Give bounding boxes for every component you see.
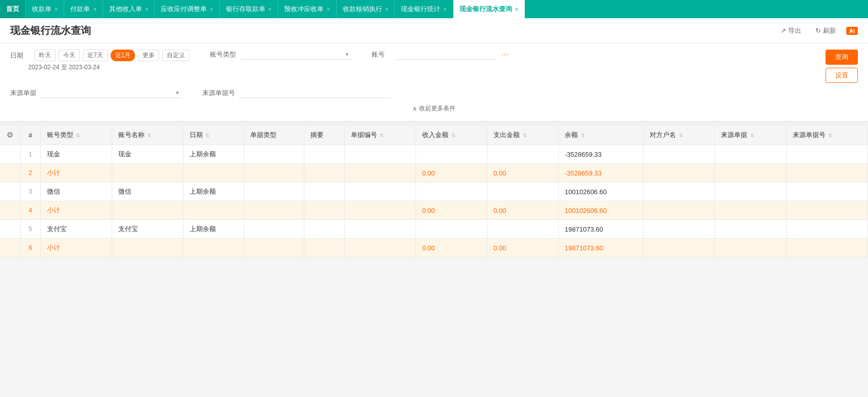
nav-tab-ar-ap-adjust-close[interactable]: ×: [210, 6, 213, 12]
cell-settings: [0, 239, 20, 257]
source-doc-select[interactable]: ▼: [40, 88, 182, 98]
col-source-doc[interactable]: 来源单据 ⇅: [715, 125, 786, 145]
nav-tab-other-income-close[interactable]: ×: [145, 6, 148, 12]
col-doc-no[interactable]: 单据编号 ⇅: [344, 125, 416, 145]
ai-badge[interactable]: Ai: [846, 27, 858, 35]
source-doc-label: 来源单据: [10, 89, 36, 98]
nav-tab-payment[interactable]: 付款单 ×: [64, 0, 103, 18]
cell-account-type: 现金: [40, 145, 112, 164]
cell-counterparty: [644, 220, 715, 239]
cell-counterparty: [644, 183, 715, 201]
cell-balance: -3528659.33: [559, 164, 644, 183]
cell-counterparty: [644, 239, 715, 257]
cell-account-name: 微信: [112, 183, 183, 201]
col-counterparty[interactable]: 对方户名 ⇅: [644, 125, 715, 145]
nav-tab-cash-bank-stat[interactable]: 现金银行统计 ×: [395, 0, 453, 18]
collapse-button[interactable]: ∧ 收起更多条件: [413, 104, 455, 113]
date-btn-1month[interactable]: 近1月: [111, 50, 135, 61]
action-buttons: 查询 设置: [826, 50, 858, 83]
date-btn-yesterday[interactable]: 昨天: [34, 50, 56, 61]
cell-expense: 0.00: [487, 164, 558, 183]
cell-source-doc: [715, 183, 786, 201]
cell-account-name: 支付宝: [112, 220, 183, 239]
nav-tab-prepay-offset-close[interactable]: ×: [327, 6, 330, 12]
account-type-select[interactable]: ▼: [240, 50, 351, 60]
export-icon: ↗: [781, 27, 786, 34]
table-row[interactable]: 6小计0.000.0019871073.60: [0, 239, 868, 257]
nav-tab-receipt-verify-close[interactable]: ×: [385, 6, 388, 12]
date-btn-today[interactable]: 今天: [59, 50, 80, 61]
cell-doc-no: [344, 220, 416, 239]
nav-tab-cash-bank-flow[interactable]: 现金银行流水查询 ×: [453, 0, 525, 18]
nav-tab-ar-ap-adjust[interactable]: 应收应付调整单 ×: [155, 0, 219, 18]
cell-doc-no: [344, 183, 416, 201]
col-expense[interactable]: 支出金额 ⇅: [487, 125, 558, 145]
cell-settings: [0, 145, 20, 164]
refresh-label: 刷新: [823, 26, 836, 35]
cell-balance: 100102606.60: [559, 183, 644, 201]
nav-tab-bank-deposit[interactable]: 银行存取款单 ×: [220, 0, 278, 18]
nav-tab-home[interactable]: 首页: [0, 0, 26, 18]
refresh-button[interactable]: ↻ 刷新: [811, 24, 840, 37]
account-label: 账号: [372, 50, 392, 59]
cell-date: 上期余额: [183, 183, 244, 201]
table-row[interactable]: 4小计0.000.00100102606.60: [0, 201, 868, 220]
account-dots-icon[interactable]: ···: [501, 50, 509, 59]
nav-tab-payment-close[interactable]: ×: [93, 6, 96, 12]
cell-income: [416, 220, 487, 239]
nav-tab-receipt-label: 收款单: [32, 5, 52, 14]
nav-tab-home-label: 首页: [6, 5, 19, 14]
cell-num: 4: [20, 201, 40, 220]
cell-num: 2: [20, 164, 40, 183]
page-title: 现金银行流水查询: [10, 24, 91, 37]
cell-balance: -3528659.33: [559, 145, 644, 164]
cell-doc-type: [244, 220, 304, 239]
date-btn-custom[interactable]: 自定义: [162, 50, 190, 61]
date-btn-more[interactable]: 更多: [138, 50, 159, 61]
col-source-doc-no[interactable]: 来源单据号 ⇅: [786, 125, 867, 145]
table-row[interactable]: 1现金现金上期余额-3528659.33: [0, 145, 868, 164]
cell-summary: [304, 239, 344, 257]
table-container: ⚙ # 账号类型 ⇅ 账号名称 ⇅ 日期 ⇅ 单据类型 摘要 单据编号 ⇅ 收入…: [0, 125, 868, 257]
filter-area: 日期 昨天 今天 近7天 近1月 更多 自定义 2023-02-24 至 202…: [0, 43, 868, 121]
cell-balance: 19871073.60: [559, 220, 644, 239]
export-label: 导出: [788, 26, 801, 35]
date-btn-7days[interactable]: 近7天: [83, 50, 108, 61]
col-income[interactable]: 收入金额 ⇅: [416, 125, 487, 145]
account-input[interactable]: [396, 50, 497, 60]
page-header: 现金银行流水查询 ↗ 导出 ↻ 刷新 Ai: [0, 18, 868, 43]
cell-summary: [304, 183, 344, 201]
source-doc-no-input[interactable]: [239, 88, 391, 98]
settings-button[interactable]: 设置: [826, 68, 858, 83]
table-row[interactable]: 3微信微信上期余额100102606.60: [0, 183, 868, 201]
cell-date: [183, 201, 244, 220]
cell-date: [183, 239, 244, 257]
sort-expense-icon: ⇅: [523, 133, 527, 138]
col-date[interactable]: 日期 ⇅: [183, 125, 244, 145]
export-button[interactable]: ↗ 导出: [776, 24, 805, 37]
col-summary: 摘要: [304, 125, 344, 145]
table-row[interactable]: 5支付宝支付宝上期余额19871073.60: [0, 220, 868, 239]
nav-tab-receipt[interactable]: 收款单 ×: [26, 0, 64, 18]
nav-tab-other-income[interactable]: 其他收入单 ×: [103, 0, 155, 18]
nav-tab-bank-deposit-close[interactable]: ×: [268, 6, 271, 12]
sort-account-type-icon: ⇅: [76, 133, 80, 138]
cell-summary: [304, 164, 344, 183]
nav-tab-prepay-offset[interactable]: 预收冲应收单 ×: [278, 0, 336, 18]
nav-tab-cash-bank-stat-close[interactable]: ×: [443, 6, 446, 12]
col-account-type[interactable]: 账号类型 ⇅: [40, 125, 112, 145]
table-settings-icon[interactable]: ⚙: [7, 130, 13, 139]
cell-num: 5: [20, 220, 40, 239]
account-type-label: 账号类型: [210, 50, 236, 59]
collapse-row: ∧ 收起更多条件: [10, 102, 858, 115]
col-doc-type: 单据类型: [244, 125, 304, 145]
col-balance[interactable]: 余额 ⇅: [559, 125, 644, 145]
nav-tab-receipt-verify[interactable]: 收款核销执行 ×: [337, 0, 395, 18]
table-row[interactable]: 2小计0.000.00-3528659.33: [0, 164, 868, 183]
query-button[interactable]: 查询: [826, 50, 858, 65]
col-account-name[interactable]: 账号名称 ⇅: [112, 125, 183, 145]
cell-counterparty: [644, 164, 715, 183]
nav-tab-cash-bank-flow-close[interactable]: ×: [515, 6, 518, 12]
col-settings[interactable]: ⚙: [0, 125, 20, 145]
nav-tab-receipt-close[interactable]: ×: [55, 6, 58, 12]
